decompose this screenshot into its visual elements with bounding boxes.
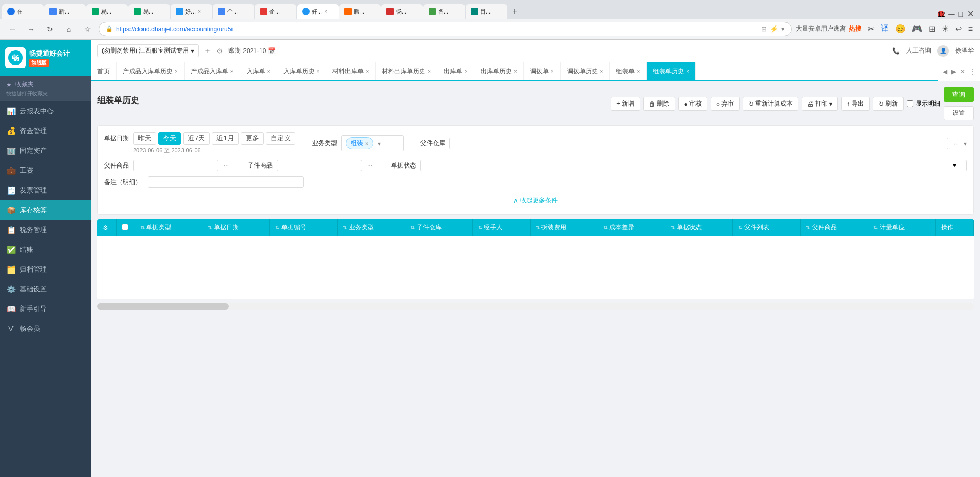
tab-material-outbound-history[interactable]: 材料出库单历史 × <box>376 62 437 81</box>
tab-finished-goods-history[interactable]: 产成品入库单历史 × <box>117 62 185 81</box>
column-biz-type[interactable]: ⇅ 业务类型 <box>338 219 405 236</box>
sidebar-item-member[interactable]: V 畅会员 <box>0 319 91 339</box>
company-settings-button[interactable]: ⚙ <box>216 47 223 55</box>
today-btn[interactable]: 今天 <box>158 132 181 145</box>
parent-goods-more[interactable]: ··· <box>222 162 231 169</box>
tab-inbound-history[interactable]: 入库单历史 × <box>277 62 327 81</box>
tab-transfer-history[interactable]: 调拨单历史 × <box>561 62 610 81</box>
parent-warehouse-dropdown[interactable]: ▾ <box>964 140 967 147</box>
tab-assembly[interactable]: 组装单 × <box>610 62 647 81</box>
browser-tab-7[interactable]: 企... <box>255 4 296 19</box>
business-type-input[interactable]: 组装 × ▾ <box>341 135 404 151</box>
tab-material-outbound-history-close[interactable]: × <box>428 69 431 74</box>
tab-transfer-close[interactable]: × <box>551 69 554 74</box>
sidebar-item-tax[interactable]: 📋 税务管理 <box>0 220 91 240</box>
column-settings[interactable]: ⚙ <box>97 219 116 236</box>
sun-icon[interactable]: ☀ <box>939 23 951 35</box>
emoji-icon[interactable]: 😊 <box>893 23 908 35</box>
delete-button[interactable]: 🗑 删除 <box>643 97 675 111</box>
grid-icon[interactable]: ⊞ <box>926 23 937 35</box>
select-all-checkbox[interactable] <box>122 224 128 230</box>
minimize-icon[interactable]: ─ <box>948 9 954 19</box>
column-doc-type[interactable]: ⇅ 单据类型 <box>135 219 202 236</box>
lightning-icon[interactable]: ⚡ <box>770 25 778 33</box>
tab-outbound-history[interactable]: 出库单历史 × <box>474 62 524 81</box>
browser-tab-9[interactable]: 腾... <box>339 4 381 19</box>
tab-outbound[interactable]: 出库单 × <box>437 62 474 81</box>
column-checkbox[interactable] <box>116 219 135 236</box>
export-button[interactable]: ↑ 导出 <box>841 97 870 111</box>
add-company-button[interactable]: ＋ <box>204 46 211 56</box>
column-doc-no[interactable]: ⇅ 单据编号 <box>270 219 338 236</box>
tab-fg-history-close[interactable]: × <box>175 69 178 74</box>
column-settings-icon[interactable]: ⚙ <box>102 224 108 231</box>
browser-tab-3[interactable]: 易... <box>86 4 128 19</box>
browser-tab-8[interactable]: 好... × <box>297 4 339 19</box>
scrollbar-thumb[interactable] <box>97 303 229 310</box>
business-type-dropdown[interactable]: ▾ <box>378 140 381 147</box>
tab-material-outbound-close[interactable]: × <box>366 69 369 74</box>
tab-inbound-close[interactable]: × <box>267 69 270 74</box>
status-select[interactable]: ▾ <box>420 160 967 171</box>
column-doc-date[interactable]: ⇅ 单据日期 <box>202 219 270 236</box>
reload-button[interactable]: ↻ <box>43 22 57 36</box>
more-date-btn[interactable]: 更多 <box>241 132 264 145</box>
sidebar-item-invoice[interactable]: 🧾 发票管理 <box>0 181 91 200</box>
tab-close-5[interactable]: × <box>198 9 201 15</box>
refresh-button[interactable]: ↻ 刷新 <box>873 97 904 111</box>
forward-button[interactable]: → <box>24 22 38 36</box>
1month-btn[interactable]: 近1月 <box>212 132 238 145</box>
child-goods-input[interactable] <box>277 160 362 171</box>
tab-outbound-history-close[interactable]: × <box>514 69 517 74</box>
tab-more-options[interactable]: ⋮ <box>968 68 978 75</box>
back-button[interactable]: ← <box>5 22 20 36</box>
column-cost-diff[interactable]: ⇅ 成本差异 <box>598 219 665 236</box>
sidebar-favorites[interactable]: ★ 收藏夹 快捷键打开收藏夹 <box>0 76 91 101</box>
print-button[interactable]: 🖨 打印 ▾ <box>802 97 838 111</box>
tab-outbound-close[interactable]: × <box>465 69 468 74</box>
yesterday-btn[interactable]: 昨天 <box>133 132 156 145</box>
tab-transfer[interactable]: 调拨单 × <box>524 62 561 81</box>
horizontal-scrollbar[interactable] <box>97 303 974 310</box>
close-icon[interactable]: ✕ <box>967 9 974 19</box>
show-detail-input[interactable] <box>907 100 913 107</box>
new-tab-button[interactable]: + <box>508 4 522 19</box>
browser-tab-5[interactable]: 好... × <box>171 4 212 19</box>
column-unit[interactable]: ⇅ 计量单位 <box>868 219 936 236</box>
menu-icon[interactable]: ≡ <box>966 23 975 35</box>
query-button[interactable]: 查询 <box>944 87 974 102</box>
tab-material-outbound[interactable]: 材料出库单 × <box>326 62 376 81</box>
tab-close-8[interactable]: × <box>324 9 327 15</box>
browser-tab-10[interactable]: 畅... <box>381 4 423 19</box>
browser-tab-1[interactable]: 在 <box>2 4 44 19</box>
translate-icon[interactable]: 译 <box>879 22 891 35</box>
browser-tab-11[interactable]: 各... <box>423 4 465 19</box>
parent-goods-input[interactable] <box>133 160 218 171</box>
qrcode-icon[interactable]: ⊞ <box>761 25 767 33</box>
dropdown-icon[interactable]: ▾ <box>781 25 785 33</box>
parent-warehouse-more[interactable]: ··· <box>951 140 961 147</box>
abandon-button[interactable]: ○ 弃审 <box>711 97 740 111</box>
column-disassemble-cost[interactable]: ⇅ 拆装费用 <box>530 219 598 236</box>
parent-warehouse-input[interactable] <box>449 138 948 149</box>
sidebar-item-settings[interactable]: ⚙️ 基础设置 <box>0 279 91 299</box>
tab-scroll-left[interactable]: ◀ <box>940 68 949 75</box>
show-detail-checkbox[interactable]: 显示明细 <box>907 99 940 108</box>
scissors-icon[interactable]: ✂ <box>866 23 876 35</box>
column-doc-status[interactable]: ⇅ 单据状态 <box>665 219 733 236</box>
custom-date-btn[interactable]: 自定义 <box>266 132 295 145</box>
child-goods-more[interactable]: ··· <box>365 162 375 169</box>
print-dropdown-icon[interactable]: ▾ <box>829 100 832 108</box>
tab-transfer-history-close[interactable]: × <box>600 69 603 74</box>
audit-button[interactable]: ● 审核 <box>678 97 707 111</box>
sidebar-item-reports[interactable]: 📊 云报表中心 <box>0 101 91 121</box>
column-parent-goods[interactable]: ⇅ 父件商品 <box>801 219 868 236</box>
sidebar-item-payroll[interactable]: 💼 工资 <box>0 161 91 181</box>
browser-tab-2[interactable]: 新... <box>44 4 86 19</box>
tab-close-all[interactable]: ✕ <box>958 68 968 75</box>
browser-tab-12[interactable]: 目... <box>466 4 507 19</box>
tab-finished-goods[interactable]: 产成品入库单 × <box>185 62 240 81</box>
tab-assembly-history[interactable]: 组装单历史 × <box>647 62 696 81</box>
tab-scroll-right[interactable]: ▶ <box>949 68 958 75</box>
bookmark-button[interactable]: ☆ <box>80 22 95 36</box>
